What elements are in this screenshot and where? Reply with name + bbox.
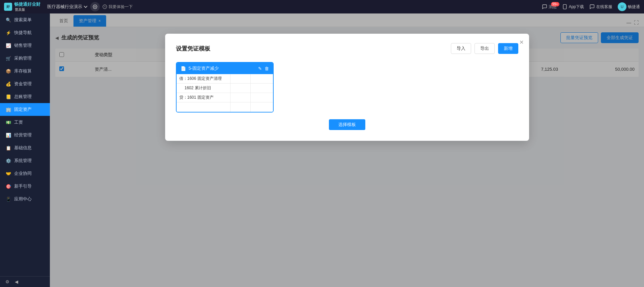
sidebar-item-purchase[interactable]: 🛒 采购管理 <box>0 52 50 65</box>
modal-title: 设置凭证模板 <box>176 45 210 53</box>
template-card: 📄 5-固定资产减少 ✎ 🗑 借：1606 固定资产清理 <box>176 62 274 113</box>
app-download-btn[interactable]: App下载 <box>562 4 584 10</box>
modal-header-btns: 导入 导出 新增 <box>451 43 518 54</box>
sidebar-footer: ⚙ ◀ <box>0 276 50 287</box>
top-bar-right: 消息 99+ App下载 在线客服 U 畅捷通 <box>542 2 640 11</box>
template-row-1: 借：1606 固定资产清理 <box>177 74 273 84</box>
sidebar-item-label: 总账管理 <box>14 94 32 100</box>
template-row-2: 1602 累计折旧 <box>177 84 273 93</box>
sidebar-item-label: 固定资产 <box>14 106 32 113</box>
sidebar-item-payroll[interactable]: 💵 工资 <box>0 116 50 129</box>
template-cell-debit-1 <box>231 74 251 83</box>
template-cell-account-2: 1602 累计折旧 <box>177 84 231 93</box>
template-name: 5-固定资产减少 <box>189 65 219 71</box>
template-empty-row <box>177 102 273 112</box>
content-area: 首页 资产管理 × — ⛶ ◀ 生成的凭证预览 批量凭证预览 <box>50 13 644 287</box>
app-download-label: App下载 <box>569 4 584 10</box>
sidebar-item-guide[interactable]: 🎯 新手引导 <box>0 180 50 193</box>
apps-icon: 📱 <box>5 196 11 202</box>
template-card-header: 📄 5-固定资产减少 ✎ 🗑 <box>177 63 273 74</box>
enterprise-icon: 🤝 <box>5 170 11 177</box>
payroll-icon: 💵 <box>5 119 11 125</box>
sidebar-item-enterprise[interactable]: 🤝 企业协同 <box>0 167 50 180</box>
sidebar-item-operations[interactable]: 📊 经营管理 <box>0 129 50 141</box>
finance-icon: 💰 <box>5 81 11 87</box>
new-btn[interactable]: 新增 <box>498 43 518 54</box>
sidebar-item-label: 基础信息 <box>14 145 32 151</box>
fixed-assets-icon: 🏢 <box>5 106 11 113</box>
experience-btn[interactable]: 我要体验一下 <box>102 4 133 10</box>
template-card-header-left: 📄 5-固定资产减少 <box>181 65 219 71</box>
logo-icon: 好 <box>4 3 12 11</box>
sidebar-item-label: 采购管理 <box>14 55 32 61</box>
online-service-btn[interactable]: 在线客服 <box>589 4 612 10</box>
modal-close-btn[interactable]: ✕ <box>519 39 524 45</box>
import-btn[interactable]: 导入 <box>451 43 471 54</box>
messages-btn[interactable]: 消息 99+ <box>542 4 557 10</box>
operations-icon: 📊 <box>5 132 11 138</box>
select-template-btn[interactable]: 选择模板 <box>329 119 365 130</box>
sidebar-item-quick-nav[interactable]: ⚡ 快捷导航 <box>0 26 50 39</box>
sidebar-scroll: 🔍 搜索菜单 ⚡ 快捷导航 📈 销售管理 🛒 采购管理 📦 库存核算 <box>0 13 50 276</box>
template-empty-cell-1 <box>177 102 231 112</box>
system-icon: ⚙️ <box>5 158 11 164</box>
modal-header: 设置凭证模板 导入 导出 新增 <box>176 43 518 54</box>
template-card-body: 借：1606 固定资产清理 1602 累计折旧 贷：1601 固定资产 <box>177 74 273 112</box>
top-bar: 好 畅捷通好业财 普及版 医疗器械行业演示 我要体验一下 消息 9 <box>0 0 644 13</box>
template-empty-cell-3 <box>251 102 271 112</box>
svg-point-0 <box>94 6 96 7</box>
template-row-3: 贷：1601 固定资产 <box>177 93 273 102</box>
svg-rect-2 <box>563 4 566 9</box>
search-icon: 🔍 <box>5 17 11 23</box>
sidebar-item-inventory[interactable]: 📦 库存核算 <box>0 65 50 77</box>
sidebar-item-system[interactable]: ⚙️ 系统管理 <box>0 154 50 167</box>
sidebar-item-search[interactable]: 🔍 搜索菜单 <box>0 13 50 26</box>
avatar: U <box>618 2 626 11</box>
template-cell-credit-2 <box>251 84 271 93</box>
user-menu[interactable]: U 畅捷通 <box>618 2 640 11</box>
modal-overlay: 设置凭证模板 导入 导出 新增 ✕ 📄 5-固定资产减 <box>50 13 644 287</box>
sidebar-item-label: 资金管理 <box>14 81 32 87</box>
footer-settings-btn[interactable]: ⚙ <box>5 279 9 284</box>
logo: 好 畅捷通好业财 普及版 <box>4 1 40 12</box>
footer-collapse-btn[interactable]: ◀ <box>15 279 18 284</box>
edition-label: 普及版 <box>15 7 40 12</box>
sidebar-item-basic-info[interactable]: 📋 基础信息 <box>0 141 50 154</box>
sidebar: 🔍 搜索菜单 ⚡ 快捷导航 📈 销售管理 🛒 采购管理 📦 库存核算 <box>0 13 50 287</box>
template-cell-credit-1 <box>251 74 271 83</box>
basic-info-icon: 📋 <box>5 145 11 151</box>
experience-label: 我要体验一下 <box>109 4 133 10</box>
online-service-label: 在线客服 <box>596 4 612 10</box>
sidebar-item-label: 快捷导航 <box>14 30 32 36</box>
purchase-icon: 🛒 <box>5 55 11 61</box>
inventory-icon: 📦 <box>5 68 11 74</box>
quick-nav-icon: ⚡ <box>5 30 11 36</box>
template-empty-cell-2 <box>231 102 251 112</box>
company-name: 医疗器械行业演示 <box>47 4 82 10</box>
template-cell-credit-3 <box>251 93 271 102</box>
template-edit-icon[interactable]: ✎ <box>258 66 262 71</box>
sidebar-item-fixed-assets[interactable]: 🏢 固定资产 <box>0 103 50 116</box>
template-delete-icon[interactable]: 🗑 <box>265 66 269 71</box>
settings-icon[interactable] <box>90 2 100 11</box>
sidebar-item-label: 新手引导 <box>14 183 32 189</box>
guide-icon: 🎯 <box>5 183 11 189</box>
sidebar-item-apps[interactable]: 📱 应用中心 <box>0 193 50 205</box>
sidebar-item-finance[interactable]: 💰 资金管理 <box>0 77 50 90</box>
sidebar-item-label: 应用中心 <box>14 196 32 202</box>
logo-text: 畅捷通好业财 <box>14 1 40 7</box>
sidebar-item-label: 销售管理 <box>14 42 32 49</box>
sidebar-item-label: 企业协同 <box>14 170 32 177</box>
export-btn[interactable]: 导出 <box>474 43 495 54</box>
sidebar-item-ledger[interactable]: 📒 总账管理 <box>0 90 50 103</box>
company-selector[interactable]: 医疗器械行业演示 <box>47 4 88 10</box>
sidebar-item-label: 库存核算 <box>14 68 32 74</box>
messages-badge: 99+ <box>551 2 559 6</box>
sidebar-item-sales[interactable]: 📈 销售管理 <box>0 39 50 52</box>
sidebar-item-label: 系统管理 <box>14 158 32 164</box>
template-cell-account-3: 贷：1601 固定资产 <box>177 93 231 102</box>
top-bar-center: 医疗器械行业演示 我要体验一下 <box>47 2 542 11</box>
sales-icon: 📈 <box>5 42 11 49</box>
modal-set-template: 设置凭证模板 导入 导出 新增 ✕ 📄 5-固定资产减 <box>165 34 529 141</box>
sidebar-item-label: 经营管理 <box>14 132 32 138</box>
